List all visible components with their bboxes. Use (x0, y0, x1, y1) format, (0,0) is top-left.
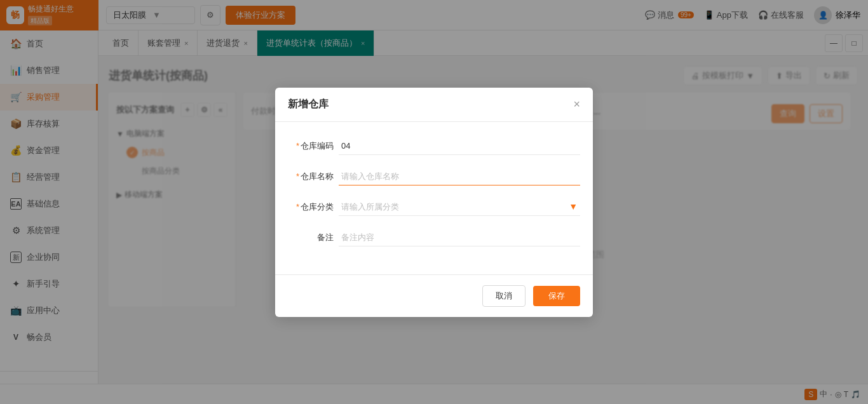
modal-new-warehouse: 新增仓库 × 仓库编码 仓库名称 (275, 88, 593, 317)
note-label: 备注 (288, 232, 339, 243)
category-select-wrap: 请输入所属分类 ▼ (339, 198, 580, 216)
form-row-name: 仓库名称 (288, 168, 580, 185)
modal-body: 仓库编码 仓库名称 仓库分类 (275, 122, 593, 274)
modal-title: 新增仓库 (288, 98, 573, 111)
form-row-note: 备注 (288, 229, 580, 246)
note-input[interactable] (339, 229, 580, 246)
category-label: 仓库分类 (288, 201, 339, 213)
code-label: 仓库编码 (288, 140, 339, 152)
modal-header: 新增仓库 × (275, 88, 593, 122)
code-input[interactable] (339, 137, 580, 155)
form-row-category: 仓库分类 请输入所属分类 ▼ (288, 198, 580, 216)
cancel-button[interactable]: 取消 (482, 285, 526, 307)
name-input[interactable] (339, 168, 580, 185)
modal-overlay: 新增仓库 × 仓库编码 仓库名称 (98, 56, 868, 404)
form-row-code: 仓库编码 (288, 137, 580, 155)
modal-footer: 取消 保存 (275, 274, 593, 317)
name-label: 仓库名称 (288, 171, 339, 182)
save-button[interactable]: 保存 (533, 286, 580, 306)
content-area: 首页 账套管理 × 进货退货 × 进货单统计表（按商品） × — □ (98, 30, 868, 404)
page-content: 进货单统计(按商品) 🖨 按模板打印 ▼ ⬆ 导出 ↻ (98, 56, 868, 404)
main-layout: 🏠 首页 📊 销售管理 🛒 采购管理 📦 库存核算 💰 资金管理 📋 经营管理 … (0, 30, 868, 404)
modal-close-btn[interactable]: × (573, 98, 580, 110)
category-select[interactable]: 请输入所属分类 (339, 198, 580, 215)
